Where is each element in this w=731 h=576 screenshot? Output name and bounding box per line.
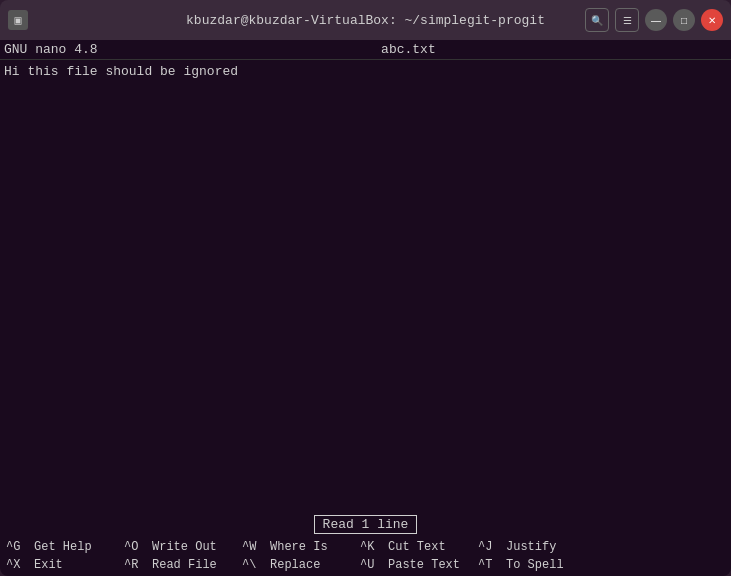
shortcut-key-exit: ^X — [6, 558, 34, 572]
shortcut-key-replace: ^\ — [242, 558, 270, 572]
shortcut-label-replace: Replace — [270, 558, 360, 572]
window-controls: 🔍 ☰ — □ ✕ — [585, 8, 723, 32]
shortcut-exit: ^X Exit — [6, 556, 124, 574]
shortcut-label-paste-text: Paste Text — [388, 558, 478, 572]
maximize-button[interactable]: □ — [673, 9, 695, 31]
nano-header-right — [719, 42, 727, 57]
shortcut-label-cut-text: Cut Text — [388, 540, 478, 554]
shortcut-label-where-is: Where Is — [270, 540, 360, 554]
window-title: kbuzdar@kbuzdar-VirtualBox: ~/simplegit-… — [186, 13, 545, 28]
search-button[interactable]: 🔍 — [585, 8, 609, 32]
shortcuts-col-1: ^G Get Help ^X Exit — [6, 538, 124, 574]
shortcut-key-read-file: ^R — [124, 558, 152, 572]
terminal-window: ▣ kbuzdar@kbuzdar-VirtualBox: ~/simplegi… — [0, 0, 731, 576]
nano-version: GNU nano 4.8 — [4, 42, 98, 57]
shortcut-label-exit: Exit — [34, 558, 124, 572]
nano-editor[interactable]: Hi this file should be ignored — [0, 60, 731, 513]
shortcuts-col-5: ^J Justify ^T To Spell — [478, 538, 596, 574]
shortcut-justify: ^J Justify — [478, 538, 596, 556]
shortcut-write-out: ^O Write Out — [124, 538, 242, 556]
shortcut-key-paste-text: ^U — [360, 558, 388, 572]
terminal-body: GNU nano 4.8 abc.txt Hi this file should… — [0, 40, 731, 576]
titlebar-left: ▣ — [8, 10, 28, 30]
shortcuts-col-4: ^K Cut Text ^U Paste Text — [360, 538, 478, 574]
shortcut-replace: ^\ Replace — [242, 556, 360, 574]
shortcut-label-write-out: Write Out — [152, 540, 242, 554]
shortcut-label-justify: Justify — [506, 540, 596, 554]
shortcut-key-write-out: ^O — [124, 540, 152, 554]
titlebar: ▣ kbuzdar@kbuzdar-VirtualBox: ~/simplegi… — [0, 0, 731, 40]
nano-filename: abc.txt — [381, 42, 436, 57]
menu-button[interactable]: ☰ — [615, 8, 639, 32]
shortcut-get-help: ^G Get Help — [6, 538, 124, 556]
terminal-icon: ▣ — [8, 10, 28, 30]
close-button[interactable]: ✕ — [701, 9, 723, 31]
shortcut-label-get-help: Get Help — [34, 540, 124, 554]
shortcut-key-justify: ^J — [478, 540, 506, 554]
nano-header: GNU nano 4.8 abc.txt — [0, 40, 731, 60]
shortcut-label-to-spell: To Spell — [506, 558, 596, 572]
shortcut-key-cut-text: ^K — [360, 540, 388, 554]
minimize-button[interactable]: — — [645, 9, 667, 31]
shortcut-key-to-spell: ^T — [478, 558, 506, 572]
shortcuts-col-3: ^W Where Is ^\ Replace — [242, 538, 360, 574]
shortcut-label-read-file: Read File — [152, 558, 242, 572]
nano-status-message: Read 1 line — [314, 515, 418, 534]
shortcut-key-where-is: ^W — [242, 540, 270, 554]
shortcuts-col-2: ^O Write Out ^R Read File — [124, 538, 242, 574]
shortcut-paste-text: ^U Paste Text — [360, 556, 478, 574]
shortcut-key-get-help: ^G — [6, 540, 34, 554]
nano-status-bar: Read 1 line — [0, 513, 731, 536]
nano-shortcuts: ^G Get Help ^X Exit ^O Write Out ^R Read… — [0, 536, 731, 576]
shortcut-where-is: ^W Where Is — [242, 538, 360, 556]
shortcut-cut-text: ^K Cut Text — [360, 538, 478, 556]
shortcut-read-file: ^R Read File — [124, 556, 242, 574]
shortcut-to-spell: ^T To Spell — [478, 556, 596, 574]
